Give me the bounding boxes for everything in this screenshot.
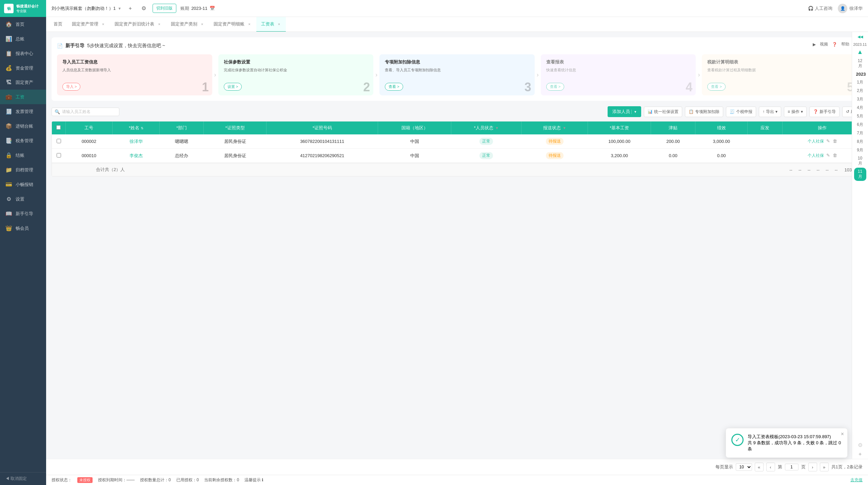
step-1-btn[interactable]: 导入 > (62, 83, 80, 91)
month-item-9[interactable]: 9月 (854, 146, 866, 154)
settings-icon: ⚙ (5, 196, 12, 202)
tax-declare-button[interactable]: 🧾 个税申报 (726, 107, 756, 117)
row1-name-link[interactable]: 徐泽华 (130, 139, 143, 144)
col-report-status[interactable]: 报送状态 ▼ (521, 122, 588, 134)
guide-video-btn[interactable]: 视频 (820, 41, 828, 47)
row1-operation-label[interactable]: 个人社保 (808, 139, 824, 144)
step-4-btn[interactable]: 查看 > (546, 83, 564, 91)
prev-page-btn[interactable]: ‹ (766, 463, 775, 471)
row2-edit-icon[interactable]: ✎ (826, 153, 830, 158)
sidebar-item-reports[interactable]: 📋 报表中心 (0, 46, 46, 61)
user-area[interactable]: 👤 徐泽华 (838, 4, 863, 13)
date-panel-feedback-icon[interactable]: ✦ (856, 450, 864, 459)
month-item-10[interactable]: 10月 (854, 154, 866, 168)
month-item-7[interactable]: 7月 (854, 129, 866, 137)
name-sort-icon[interactable]: ⇅ (141, 126, 143, 130)
operation-button[interactable]: ≡ 操作 ▾ (784, 107, 807, 117)
tab-close-fixed-asset-mgmt[interactable]: × (101, 22, 105, 26)
main-area: 刘小艳演示账套（勿删勿动！）1 ▼ + ⚙ 切到旧版 账期 2023-11 📅 … (46, 0, 868, 485)
sidebar-item-guide[interactable]: 📖 新手引导 (0, 206, 46, 221)
page-input[interactable] (785, 464, 798, 470)
tab-close-depreciation[interactable]: × (157, 22, 161, 26)
social-insurance-button[interactable]: 📊 统一社保设置 (644, 107, 682, 117)
guide-arrow-4: › (696, 54, 702, 95)
account-settings-button[interactable]: ⚙ (139, 4, 149, 13)
tab-payroll[interactable]: 工资表 × (256, 17, 286, 32)
add-person-button[interactable]: 添加人员 ▾ (608, 106, 641, 117)
tab-fixed-asset-mgmt[interactable]: 固定资产管理 × (67, 17, 110, 32)
unpin-button[interactable]: ◀ 取消固定 (0, 472, 46, 485)
status-filter-icon[interactable]: ▼ (495, 126, 499, 130)
tab-home[interactable]: 首页 (49, 17, 67, 32)
month-item-4[interactable]: 4月 (854, 104, 866, 112)
per-page-select[interactable]: 10 20 50 (736, 463, 752, 471)
row1-delete-icon[interactable]: 🗑 (833, 138, 837, 144)
tab-depreciation[interactable]: 固定资产折旧统计表 × (110, 17, 166, 32)
tab-payroll-label: 工资表 (261, 21, 274, 27)
sidebar-item-fixed-assets[interactable]: 🏗 固定资产 (0, 75, 46, 90)
add-account-button[interactable]: + (125, 4, 135, 13)
first-page-btn[interactable]: « (755, 463, 764, 471)
service-button[interactable]: 🎧 人工咨询 (808, 5, 832, 12)
sidebar-item-funds[interactable]: 💰 资金管理 (0, 61, 46, 75)
guide-help-btn[interactable]: 帮助 (841, 41, 849, 47)
switch-version-button[interactable]: 切到旧版 (153, 4, 176, 13)
sidebar-item-close[interactable]: 🔒 结账 (0, 148, 46, 163)
month-item-1[interactable]: 1月 (854, 78, 866, 87)
month-item-11-current[interactable]: 11月 (854, 168, 866, 181)
sidebar-item-archive[interactable]: 📁 归档管理 (0, 163, 46, 177)
sidebar-item-tax[interactable]: 📑 税务管理 (0, 133, 46, 148)
sidebar-item-ledger[interactable]: 📊 总账 (0, 32, 46, 46)
tab-close-fixed-asset-type[interactable]: × (200, 22, 204, 26)
month-item-12[interactable]: 12月 (854, 57, 866, 70)
recharge-button[interactable]: 去充值 (850, 477, 863, 483)
tab-close-payroll[interactable]: × (277, 22, 281, 26)
row1-edit-icon[interactable]: ✎ (826, 138, 830, 144)
month-item-6[interactable]: 6月 (854, 120, 866, 129)
search-input[interactable] (62, 109, 113, 114)
row2-delete-icon[interactable]: 🗑 (833, 153, 837, 158)
tab-close-fixed-asset-detail[interactable]: × (247, 22, 251, 26)
guide-button[interactable]: ❓ 新手引导 (809, 107, 840, 117)
account-dropdown-icon: ▼ (118, 6, 121, 11)
step-5-btn[interactable]: 查看 > (707, 83, 725, 91)
row2-operation-label[interactable]: 个人社保 (808, 153, 824, 158)
row2-name-link[interactable]: 李俊杰 (130, 153, 143, 158)
sidebar-item-expense[interactable]: 💳 小畅报销 (0, 177, 46, 192)
col-should-pay: 应发 (748, 122, 783, 134)
sidebar-item-settings[interactable]: ⚙ 设置 (0, 192, 46, 206)
account-selector[interactable]: 刘小艳演示账套（勿删勿动！）1 ▼ (52, 5, 121, 12)
add-btn-dropdown-icon[interactable]: ▾ (631, 110, 636, 114)
deduction-button[interactable]: 📋 专项附加扣除 (685, 107, 723, 117)
tab-fixed-asset-detail[interactable]: 固定资产明细账 × (209, 17, 256, 32)
step-3-btn[interactable]: 查看 > (385, 83, 403, 91)
sidebar-item-invoices[interactable]: 🧾 发票管理 (0, 104, 46, 119)
row2-checkbox[interactable] (57, 153, 61, 157)
next-page-btn[interactable]: › (808, 463, 817, 471)
row1-checkbox[interactable] (57, 139, 61, 143)
sidebar-item-inventory[interactable]: 📦 进销台账 (0, 119, 46, 133)
col-status[interactable]: *人员状态 ▼ (451, 122, 521, 134)
sidebar-item-home[interactable]: 🏠 首页 (0, 17, 46, 32)
export-button[interactable]: ↑ 导出 ▾ (759, 107, 781, 117)
col-name[interactable]: *姓名 ⇅ (113, 122, 160, 134)
step-2-btn[interactable]: 设置 > (224, 83, 242, 91)
row1-checkbox-cell[interactable] (52, 134, 65, 149)
month-item-3[interactable]: 3月 (854, 95, 866, 104)
month-item-5[interactable]: 5月 (854, 112, 866, 120)
report-status-filter-icon[interactable]: ▼ (563, 126, 566, 130)
date-up-arrow[interactable]: ▲ (852, 47, 868, 57)
date-panel-settings-icon[interactable]: ⚙ (856, 441, 864, 450)
calendar-icon[interactable]: 📅 (210, 6, 215, 11)
last-page-btn[interactable]: » (820, 463, 829, 471)
select-all-checkbox[interactable] (56, 125, 61, 130)
month-item-2[interactable]: 2月 (854, 87, 866, 95)
sidebar-item-member[interactable]: 👑 畅会员 (0, 221, 46, 236)
sidebar-item-payroll[interactable]: 💼 工资 (0, 90, 46, 104)
tab-fixed-asset-type[interactable]: 固定资产类别 × (166, 17, 209, 32)
date-panel-toggle[interactable]: ◀◀ (857, 32, 863, 42)
month-item-8[interactable]: 8月 (854, 137, 866, 146)
row2-checkbox-cell[interactable] (52, 149, 65, 163)
notification-close-button[interactable]: × (841, 431, 844, 437)
col-checkbox[interactable] (52, 122, 65, 134)
